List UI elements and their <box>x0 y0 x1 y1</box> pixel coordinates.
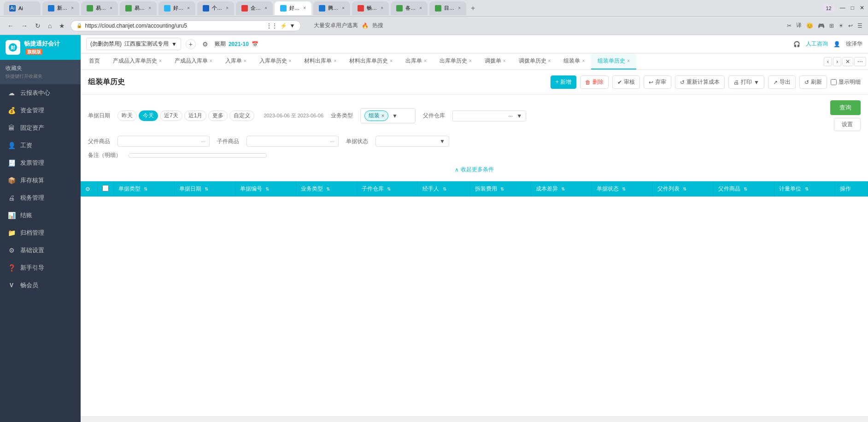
th-biz-type[interactable]: 业务类型 ⇅ <box>296 181 357 197</box>
sidebar-favorites[interactable]: 收藏夹 快捷键打开收藏夹 <box>0 60 81 84</box>
browser-tab-1[interactable]: 新… × <box>42 1 79 15</box>
customer-service-label[interactable]: 人工咨询 <box>806 40 828 48</box>
win-maximize[interactable]: □ <box>851 5 854 12</box>
th-date[interactable]: 单据日期 ⇅ <box>174 181 235 197</box>
tab-11-close[interactable]: × <box>582 58 585 64</box>
add-company-btn[interactable]: + <box>186 39 196 49</box>
page-tab-3[interactable]: 入库单 × <box>219 53 253 69</box>
page-tab-8[interactable]: 出库单历史 × <box>433 53 478 69</box>
page-tab-4[interactable]: 入库单历史 × <box>253 53 298 69</box>
grid-icon[interactable]: ⊞ <box>829 23 834 29</box>
business-type-select[interactable]: 组装 × ▼ <box>360 108 416 123</box>
sidebar-item-vip[interactable]: V 畅会员 <box>0 277 81 294</box>
tab-close-3[interactable]: × <box>148 6 151 11</box>
page-tab-1[interactable]: 产成品入库单历史 × <box>106 53 168 69</box>
th-cost-diff[interactable]: 成本差异 ⇅ <box>531 181 592 197</box>
yesterday-btn[interactable]: 昨天 <box>117 110 137 121</box>
sidebar-item-salary[interactable]: 👤 工资 <box>0 137 81 154</box>
browser-tab-8[interactable]: 腾… × <box>313 1 350 15</box>
status-select[interactable]: ▼ <box>375 136 449 147</box>
tab-close-6[interactable]: × <box>264 6 267 11</box>
th-child-warehouse[interactable]: 子件仓库 ⇅ <box>357 181 418 197</box>
nav-star[interactable]: ★ <box>57 20 67 31</box>
abandon-button[interactable]: ↩ 弃审 <box>644 75 671 89</box>
sidebar-item-settings[interactable]: ⚙ 基础设置 <box>0 242 81 259</box>
display-detail-checkbox[interactable] <box>831 79 837 85</box>
undo-icon[interactable]: ↩ <box>848 23 853 29</box>
sidebar-item-inventory[interactable]: 📦 库存核算 <box>0 172 81 189</box>
nav-back[interactable]: ← <box>6 20 16 31</box>
user-name[interactable]: 徐泽华 <box>846 40 862 48</box>
parent-goods-input[interactable]: ··· <box>117 136 210 147</box>
tab-close-9[interactable]: × <box>381 6 383 11</box>
status-dropdown[interactable]: ▼ <box>440 138 445 145</box>
game-icon[interactable]: 🎮 <box>818 23 825 29</box>
browser-tab-2[interactable]: 易… × <box>81 1 118 15</box>
tab-12-close[interactable]: × <box>627 58 630 64</box>
collapse-button[interactable]: ∧ 收起更多条件 <box>455 164 494 175</box>
parent-warehouse-dropdown[interactable]: ▼ <box>516 113 522 119</box>
refresh-button[interactable]: ↺ 刷新 <box>799 75 827 89</box>
tab-4-close[interactable]: × <box>289 58 292 64</box>
page-tab-11[interactable]: 组装单 × <box>557 53 591 69</box>
display-detail-check[interactable]: 显示明细 <box>831 78 861 86</box>
page-tab-7[interactable]: 出库单 × <box>399 53 433 69</box>
tab-close-4[interactable]: × <box>187 6 190 11</box>
tab-6-close[interactable]: × <box>390 58 393 64</box>
parent-goods-dots[interactable]: ··· <box>201 138 205 145</box>
tab-1-close[interactable]: × <box>159 58 162 64</box>
nav-home[interactable]: ⌂ <box>46 20 53 31</box>
last1month-btn[interactable]: 近1月 <box>184 110 207 121</box>
sidebar-item-guide[interactable]: ❓ 新手引导 <box>0 259 81 277</box>
scissors-icon[interactable]: ✂ <box>787 23 792 29</box>
tab-5-close[interactable]: × <box>334 58 336 64</box>
nav-refresh[interactable]: ↻ <box>33 20 42 31</box>
sidebar-item-tax[interactable]: 🖨 税务管理 <box>0 189 81 207</box>
query-button[interactable]: 查询 <box>830 100 861 115</box>
th-handler[interactable]: 经手人 ⇅ <box>418 181 470 197</box>
th-parent-goods[interactable]: 父件商品 ⇅ <box>714 181 774 197</box>
recalculate-button[interactable]: ↺ 重新计算成本 <box>675 75 725 89</box>
tab-prev-btn[interactable]: ‹ <box>824 57 832 66</box>
tab-10-close[interactable]: × <box>548 58 551 64</box>
browser-tab-10[interactable]: 各… × <box>391 1 428 15</box>
company-selector[interactable]: (勿删勿禁用) 江西服宝测试专用 ▼ <box>86 38 181 50</box>
translate-icon[interactable]: 译 <box>796 22 802 29</box>
menu-icon[interactable]: ☰ <box>857 23 862 29</box>
browser-tab-5[interactable]: 个… × <box>197 1 234 15</box>
win-minimize[interactable]: — <box>840 5 845 12</box>
parent-warehouse-dots[interactable]: ··· <box>508 113 513 119</box>
page-tab-9[interactable]: 调拨单 × <box>478 53 512 69</box>
sidebar-item-fixed-assets[interactable]: 🏛 固定资产 <box>0 119 81 137</box>
parent-warehouse-select[interactable]: ··· ▼ <box>452 110 526 121</box>
custom-date-btn[interactable]: 自定义 <box>229 110 254 121</box>
tab-more-btn[interactable]: ⋯ <box>854 57 866 66</box>
calendar-icon[interactable]: 📅 <box>252 41 258 47</box>
th-parent-list[interactable]: 父件列表 ⇅ <box>652 181 713 197</box>
tab-close-11[interactable]: × <box>458 6 461 11</box>
th-doc-status[interactable]: 单据状态 ⇅ <box>592 181 652 197</box>
th-number[interactable]: 单据编号 ⇅ <box>235 181 296 197</box>
sidebar-item-archive[interactable]: 📁 归档管理 <box>0 224 81 242</box>
delete-button[interactable]: 🗑 删除 <box>580 75 609 89</box>
win-close[interactable]: ✕ <box>860 5 864 12</box>
child-goods-input[interactable]: ··· <box>246 136 339 147</box>
tab-7-close[interactable]: × <box>424 58 427 64</box>
tab-3-close[interactable]: × <box>244 58 246 64</box>
sidebar-item-invoice[interactable]: 🧾 发票管理 <box>0 154 81 172</box>
th-settings[interactable]: ⚙ <box>81 181 97 197</box>
tab-next-btn[interactable]: › <box>833 57 841 66</box>
settings-gear-btn[interactable]: ⚙ <box>200 39 210 50</box>
tab-2-close[interactable]: × <box>210 58 212 64</box>
page-tab-6[interactable]: 材料出库单历史 × <box>343 53 399 69</box>
page-tab-2[interactable]: 产成品入库单 × <box>168 53 219 69</box>
sidebar-item-fund[interactable]: 💰 资金管理 <box>0 102 81 119</box>
business-type-dropdown[interactable]: ▼ <box>392 113 398 119</box>
print-button[interactable]: 🖨 打印 ▼ <box>728 75 764 89</box>
browser-tab-11[interactable]: 目… × <box>429 1 466 15</box>
tab-9-close[interactable]: × <box>503 58 506 64</box>
page-tab-5[interactable]: 材料出库单 × <box>298 53 343 69</box>
browser-tab-9[interactable]: 畅… × <box>352 1 389 15</box>
address-dropdown[interactable]: ▼ <box>290 23 295 29</box>
page-tab-12[interactable]: 组装单历史 × <box>591 53 636 69</box>
